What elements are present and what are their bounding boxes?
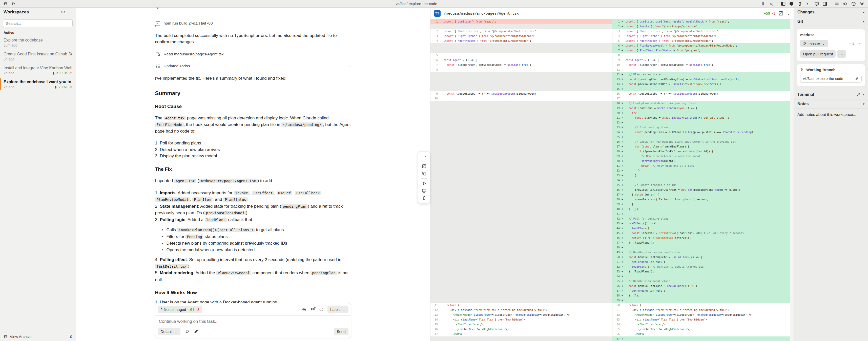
inline-code: PlanItem — [192, 197, 212, 202]
diff-sign — [440, 303, 443, 308]
line-number: 23 — [612, 125, 622, 130]
monitor-icon[interactable] — [814, 1, 819, 6]
line-number: 14 — [430, 317, 440, 322]
burst-icon[interactable] — [302, 307, 307, 312]
diff-spacer-row — [430, 288, 612, 293]
chevron-down-icon[interactable]: ⌄ — [348, 64, 351, 68]
diff-row: 35+ // Update tracked plan IDs — [612, 183, 790, 187]
drag-handle-icon[interactable] — [422, 154, 427, 159]
diff-row: 15+ — [612, 87, 790, 91]
diff-row: 14 <div className="flex flex-1 overflow-… — [430, 317, 612, 322]
code-line: // Find pending plans — [625, 125, 790, 130]
diff-row: 13+ const [pendingPlan, setPendingPlan] … — [612, 77, 790, 82]
chat-bubble-icon[interactable] — [789, 1, 794, 6]
branch-selector[interactable]: master ⌄ — [800, 40, 828, 47]
inline-code: Agent.tsx — [174, 179, 196, 183]
diff-sign: + — [622, 216, 625, 221]
archive-icon[interactable] — [4, 2, 8, 6]
ordered-list: 4. Polling effect: Set up a polling inte… — [155, 256, 351, 283]
layers-icon[interactable] — [61, 10, 65, 14]
workspace-item[interactable]: Install and integrate Vibe Kanban Web C7… — [0, 63, 76, 78]
play-icon[interactable] — [422, 181, 427, 186]
notes-label: Notes — [797, 102, 809, 106]
tool-call-row[interactable]: npm run build 2>&1 | tail -80 — [155, 21, 351, 26]
todos-status-icon[interactable] — [310, 307, 315, 312]
pr-options-button[interactable]: ⌄ — [837, 50, 846, 58]
menu-icon[interactable] — [834, 1, 839, 6]
inline-code: medusa/src/pages/Agent.tsx — [199, 179, 257, 183]
settings-gear-icon[interactable] — [859, 1, 864, 6]
tool-call-row[interactable]: Updated Todos⌄ — [155, 63, 351, 69]
diff-sign: + — [622, 72, 625, 77]
diff-spacer-row — [430, 293, 612, 298]
diff-row: 10 const [sidebarOpen, setSidebarOpen] =… — [612, 62, 790, 67]
inline-code: PlanStatus — [223, 197, 247, 202]
panel-left-icon[interactable] — [781, 1, 786, 6]
files-changed-badge[interactable]: 2 files changed +61 -3 — [158, 306, 203, 313]
send-button[interactable]: Send — [334, 328, 348, 335]
collapse-all-icon[interactable] — [769, 1, 774, 6]
copy-icon[interactable] — [422, 171, 427, 176]
git-compare-icon[interactable] — [797, 1, 802, 6]
list-item: 1. User is on the Agent page with a Dock… — [155, 299, 351, 303]
diff-row: 28+ if (!previousPlanIdsRef.current.has(… — [612, 149, 790, 154]
terminal-prompt-icon[interactable] — [806, 1, 811, 6]
workspace-item[interactable]: Create Good First Issues on Github So p6… — [0, 50, 76, 63]
pause-icon[interactable] — [761, 1, 766, 6]
collapse-file-icon[interactable]: ⌄ — [787, 11, 790, 16]
megaphone-icon[interactable] — [843, 1, 848, 6]
plus-icon[interactable] — [68, 10, 72, 14]
paperclip-icon[interactable] — [184, 329, 190, 334]
pencil-icon[interactable] — [855, 76, 859, 81]
wrap-toggle-icon[interactable] — [778, 11, 784, 16]
chat-scroll-area[interactable]: npm run build 2>&1 | tail -80The build c… — [76, 8, 430, 303]
line-number: 37 — [612, 192, 622, 197]
floating-toolbar — [418, 151, 430, 203]
view-archive-button[interactable]: View Archive — [4, 334, 32, 339]
changes-section-header[interactable]: Changes ▸ — [794, 8, 868, 17]
message-input[interactable]: Continue working on this task... — [155, 316, 351, 326]
notes-section-header[interactable]: Notes ▾ — [794, 99, 868, 109]
code-line — [625, 67, 790, 72]
more-options-button[interactable]: ⋯ — [857, 41, 862, 46]
diff-row: 50+ const handlePlanComplete = useCallba… — [612, 255, 790, 259]
diff-sign — [622, 34, 625, 38]
code-line: <div className="flex flex-1 overflow-hid… — [443, 317, 612, 322]
diff-row: 11 return ( — [430, 303, 612, 308]
workspace-item[interactable]: Explore the codebase35m ago — [0, 36, 76, 50]
diff-body[interactable]: 1-import { useState } from "react";2impo… — [430, 19, 794, 341]
diff-spacer-row — [430, 197, 612, 202]
version-dropdown[interactable]: Latest ⌄ — [328, 306, 348, 313]
diff-scrollbar[interactable] — [790, 19, 794, 341]
notes-input[interactable]: Add notes about this workspace... — [794, 109, 868, 341]
code-line: // Handle plan review completion — [625, 250, 790, 255]
panel-right-icon[interactable] — [823, 1, 828, 6]
line-number: 34 — [612, 178, 622, 183]
code-line: import { PlanItem, PlanStatus } from "@/… — [625, 48, 790, 53]
pen-icon[interactable] — [194, 329, 199, 334]
git-section-header[interactable]: Git ▾ — [794, 17, 868, 26]
line-number: 17 — [430, 332, 440, 336]
workspace-item[interactable]: Explore the codebase I want you to exp7h… — [0, 78, 76, 91]
read-icon — [155, 51, 161, 57]
diff-sign: + — [622, 163, 625, 168]
git-compare-icon[interactable] — [422, 195, 427, 200]
expand-icon[interactable] — [856, 93, 860, 97]
working-branch-input[interactable]: vk/3ccf-explore-the-code — [800, 74, 862, 83]
diff-ignore-icon[interactable] — [422, 164, 427, 169]
terminal-section-header[interactable]: Terminal ▸ — [794, 90, 868, 99]
line-number: 42 — [612, 216, 622, 221]
code-line: try { — [625, 111, 790, 115]
diff-spacer-row — [430, 87, 612, 91]
monitor-icon[interactable] — [422, 188, 427, 193]
code-line: import { RightSidebar } from "@/componen… — [625, 34, 790, 38]
help-icon[interactable] — [851, 1, 856, 6]
sign-out-icon[interactable] — [12, 2, 16, 6]
toolbar-separator — [777, 2, 777, 6]
tool-call-row[interactable]: Read medusa/src/pages/Agent.tsx — [155, 51, 351, 57]
open-pull-request-button[interactable]: Open pull request — [800, 50, 836, 58]
code-line: {sidebarOpen && <RightSidebar />} — [625, 327, 790, 332]
search-input[interactable] — [3, 20, 73, 27]
diff-row: 55+ // Handle plan modal close — [612, 279, 790, 284]
mode-dropdown[interactable]: Default ⌄ — [158, 328, 180, 335]
